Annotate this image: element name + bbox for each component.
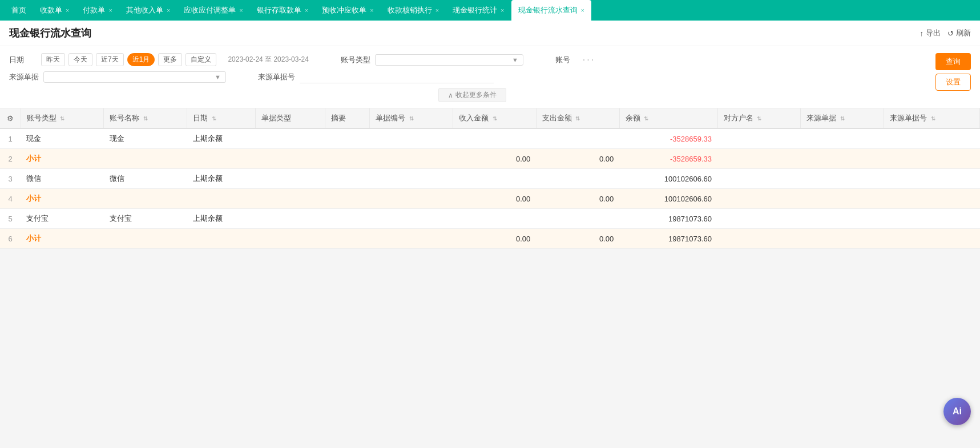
date-btn-today[interactable]: 今天 xyxy=(68,53,92,66)
cell-account-name: 微信 xyxy=(104,169,187,189)
cell-src-doc-no xyxy=(884,149,980,169)
cell-counterpart xyxy=(717,189,801,209)
cell-src-doc xyxy=(801,128,884,149)
cell-account-type: 支付宝 xyxy=(21,209,104,229)
th-balance[interactable]: 余额 ⇅ xyxy=(619,108,717,128)
close-other-income-icon[interactable]: × xyxy=(167,7,170,14)
data-table-container: ⚙ 账号类型 ⇅ 账号名称 ⇅ 日期 ⇅ 单据类型 摘要 单据编号 ⇅ 收入金额… xyxy=(0,108,980,249)
date-options: 昨天 今天 近7天 近1月 更多 自定义 xyxy=(41,53,216,66)
cell-row-num: 3 xyxy=(0,169,21,189)
cell-doc-no xyxy=(370,209,453,229)
cell-balance: 100102606.60 xyxy=(619,189,717,209)
table-row[interactable]: 6 小计 0.00 0.00 19871073.60 xyxy=(0,229,980,249)
cell-doc-type xyxy=(256,149,325,169)
cell-counterpart xyxy=(717,128,801,149)
nav-advance-offset[interactable]: 预收冲应收单 × xyxy=(315,0,380,21)
nav-ar-ap-adjust[interactable]: 应收应付调整单 × xyxy=(177,0,249,21)
th-income[interactable]: 收入金额 ⇅ xyxy=(453,108,536,128)
date-btn-yesterday[interactable]: 昨天 xyxy=(41,53,65,66)
close-advance-offset-icon[interactable]: × xyxy=(370,7,373,14)
date-btn-custom[interactable]: 自定义 xyxy=(185,53,216,66)
close-receipts-icon[interactable]: × xyxy=(66,7,69,14)
nav-bank-deposit[interactable]: 银行存取款单 × xyxy=(250,0,315,21)
cell-src-doc-no xyxy=(884,169,980,189)
nav-payments[interactable]: 付款单 × xyxy=(76,0,119,21)
table-row[interactable]: 2 小计 0.00 0.00 -3528659.33 xyxy=(0,149,980,169)
date-btn-more[interactable]: 更多 xyxy=(158,53,182,66)
cell-doc-type xyxy=(256,229,325,249)
collapse-button[interactable]: ∧ 收起更多条件 xyxy=(438,88,506,102)
collapse-icon: ∧ xyxy=(448,91,453,99)
account-type-chevron: ▼ xyxy=(512,56,518,63)
account-type-select[interactable]: ▼ xyxy=(375,54,523,66)
th-doc-type: 单据类型 xyxy=(256,108,325,128)
close-payments-icon[interactable]: × xyxy=(108,7,112,14)
th-expense[interactable]: 支出金额 ⇅ xyxy=(536,108,619,128)
cell-expense: 0.00 xyxy=(536,149,619,169)
cell-expense xyxy=(536,209,619,229)
cell-expense: 0.00 xyxy=(536,229,619,249)
date-btn-1month[interactable]: 近1月 xyxy=(127,53,155,66)
source-doc-label: 来源单据 xyxy=(9,72,39,82)
gear-col-header[interactable]: ⚙ xyxy=(0,108,21,128)
cell-date: 上期余额 xyxy=(187,169,256,189)
cell-src-doc-no xyxy=(884,229,980,249)
cell-account-name: 支付宝 xyxy=(104,209,187,229)
source-doc-select[interactable]: ▼ xyxy=(43,71,226,83)
th-src-doc[interactable]: 来源单据 ⇅ xyxy=(801,108,884,128)
settings-button[interactable]: 设置 xyxy=(935,74,971,91)
cell-income: 0.00 xyxy=(453,149,536,169)
th-src-doc-no[interactable]: 来源单据号 ⇅ xyxy=(884,108,980,128)
cell-doc-type xyxy=(256,169,325,189)
source-doc-num-input[interactable] xyxy=(300,71,494,83)
cell-row-num: 2 xyxy=(0,149,21,169)
cell-summary xyxy=(325,149,369,169)
cell-doc-no xyxy=(370,189,453,209)
date-btn-7days[interactable]: 近7天 xyxy=(96,53,124,66)
close-collection-exec-icon[interactable]: × xyxy=(435,7,439,14)
right-action-buttons: 查询 设置 xyxy=(935,53,971,91)
table-row[interactable]: 4 小计 0.00 0.00 100102606.60 xyxy=(0,189,980,209)
close-ar-ap-icon[interactable]: × xyxy=(239,7,243,14)
cell-src-doc xyxy=(801,229,884,249)
cell-doc-no xyxy=(370,149,453,169)
cell-doc-no xyxy=(370,128,453,149)
cell-account-type: 小计 xyxy=(21,189,104,209)
cell-income: 0.00 xyxy=(453,229,536,249)
nav-other-income[interactable]: 其他收入单 × xyxy=(119,0,177,21)
cell-summary xyxy=(325,128,369,149)
close-flow-icon[interactable]: × xyxy=(581,7,584,14)
cell-counterpart xyxy=(717,149,801,169)
cell-summary xyxy=(325,169,369,189)
export-button[interactable]: ↑ 导出 xyxy=(920,28,941,38)
nav-home[interactable]: 首页 xyxy=(5,0,33,21)
account-dots: ··· xyxy=(583,55,595,65)
nav-receipts[interactable]: 收款单 × xyxy=(33,0,76,21)
date-filter-label: 日期 xyxy=(9,55,32,65)
cell-date: 上期余额 xyxy=(187,209,256,229)
cell-account-type: 小计 xyxy=(21,149,104,169)
cell-balance: -3528659.33 xyxy=(619,128,717,149)
close-stats-icon[interactable]: × xyxy=(501,7,504,14)
cell-account-name: 现金 xyxy=(104,128,187,149)
cell-date xyxy=(187,229,256,249)
cell-doc-type xyxy=(256,209,325,229)
nav-cash-bank-flow[interactable]: 现金银行流水查询 × xyxy=(511,0,591,21)
cell-row-num: 1 xyxy=(0,128,21,149)
cell-date xyxy=(187,149,256,169)
th-account-name[interactable]: 账号名称 ⇅ xyxy=(104,108,187,128)
table-row[interactable]: 5 支付宝 支付宝 上期余额 19871073.60 xyxy=(0,209,980,229)
nav-collection-exec[interactable]: 收款核销执行 × xyxy=(381,0,446,21)
th-account-type[interactable]: 账号类型 ⇅ xyxy=(21,108,104,128)
cell-date: 上期余额 xyxy=(187,128,256,149)
query-button[interactable]: 查询 xyxy=(935,53,971,70)
table-row[interactable]: 3 微信 微信 上期余额 100102606.60 xyxy=(0,169,980,189)
refresh-button[interactable]: ↺ 刷新 xyxy=(947,28,971,38)
th-counterpart[interactable]: 对方户名 ⇅ xyxy=(717,108,801,128)
close-bank-deposit-icon[interactable]: × xyxy=(305,7,308,14)
th-date[interactable]: 日期 ⇅ xyxy=(187,108,256,128)
th-doc-no[interactable]: 单据编号 ⇅ xyxy=(370,108,453,128)
table-row[interactable]: 1 现金 现金 上期余额 -3528659.33 xyxy=(0,128,980,149)
cell-expense: 0.00 xyxy=(536,189,619,209)
nav-cash-bank-stats[interactable]: 现金银行统计 × xyxy=(446,0,511,21)
